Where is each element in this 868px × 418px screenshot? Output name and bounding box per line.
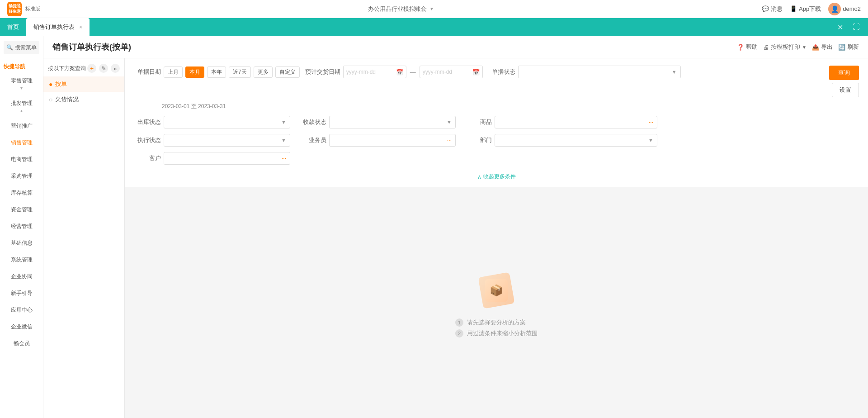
date-btn-7days[interactable]: 近7天 [229, 66, 251, 78]
goods-select[interactable]: ··· [495, 116, 657, 128]
left-panel-actions: + ✎ « [87, 64, 120, 73]
filter-row-2: 出库状态 ▼ 收款状态 ▼ [134, 116, 859, 128]
sidebar-item-label: 采购管理 [11, 172, 33, 180]
filter-row-3: 执行状态 ▼ 业务员 ··· [134, 134, 859, 147]
warehouse-status-label: 出库状态 [134, 118, 161, 126]
date-btn-this-month[interactable]: 本月 [185, 66, 204, 78]
sidebar-item-inventory[interactable]: 库存核算 [0, 185, 43, 201]
filter-doc-status: 单据状态 ▼ [488, 66, 681, 78]
message-icon: 💬 [762, 5, 769, 12]
receive-chevron: ▼ [447, 119, 452, 125]
filter-area: 单据日期 上月 本月 本年 近7天 更多 自定义 [125, 58, 868, 187]
sidebar-item-retail[interactable]: 零售管理 ▾ [0, 72, 43, 95]
doc-status-select[interactable]: ▼ [518, 66, 681, 78]
sidebar-item-ecommerce[interactable]: 电商管理 [0, 151, 43, 168]
collapse-arrow-icon: ∧ [477, 174, 481, 180]
left-panel-header: 按以下方案查询 + ✎ « [43, 64, 124, 76]
date-btn-custom[interactable]: 自定义 [275, 66, 300, 78]
sidebar-item-member[interactable]: 畅会员 [0, 335, 43, 352]
topbar: 畅捷通好生意 标准版 办公用品行业模拟账套 ▼ 💬 消息 📱 App下载 👤 d… [0, 0, 868, 18]
empty-hints: 1 请先选择要分析的方案 2 用过滤条件来缩小分析范围 [455, 318, 538, 337]
sidebar-item-finance[interactable]: 资金管理 [0, 201, 43, 218]
left-panel: 按以下方案查询 + ✎ « ● 按单 ○ 欠货情况 [43, 58, 125, 418]
sidebar-item-label: 企业微信 [11, 323, 33, 331]
query-btn[interactable]: 查询 [829, 66, 859, 80]
sidebar-expand-icon: ▾ [20, 86, 23, 90]
topbar-right: 💬 消息 📱 App下载 👤 demo2 [762, 3, 861, 15]
goods-dots-icon[interactable]: ··· [649, 119, 653, 125]
tabbar: 首页 销售订单执行表 × ✕ ⛶ [0, 18, 868, 36]
page-header-actions: ❓ 帮助 🖨 按模板打印 ▼ 📤 导出 🔄 刷新 [737, 43, 859, 57]
filter-salesperson: 业务员 ··· [299, 134, 456, 147]
date-btn-last-month[interactable]: 上月 [164, 66, 183, 78]
tabbar-close-btn[interactable]: ✕ [834, 21, 846, 33]
sidebar-item-purchase[interactable]: 采购管理 [0, 168, 43, 185]
salesperson-dots-icon[interactable]: ··· [447, 137, 452, 143]
settings-btn[interactable]: 设置 [832, 83, 859, 97]
customer-dots-icon[interactable]: ··· [282, 155, 286, 162]
expected-date-start[interactable]: yyyy-mm-dd 📅 [343, 66, 406, 78]
tab-close-icon[interactable]: × [79, 24, 82, 30]
sidebar-item-label: 新手引导 [11, 290, 33, 297]
dept-chevron: ▼ [648, 138, 653, 143]
sidebar-item-enterprise[interactable]: 企业协同 [0, 268, 43, 285]
sidebar-item-label: 应用中心 [11, 306, 33, 314]
page-title: 销售订单执行表(按单) [52, 42, 131, 58]
refresh-icon: 🔄 [838, 44, 845, 51]
page-header: 销售订单执行表(按单) ❓ 帮助 🖨 按模板打印 ▼ 📤 导出 🔄 刷新 [43, 36, 868, 58]
messages-btn[interactable]: 💬 消息 [762, 5, 783, 13]
sidebar-item-sales[interactable]: 销售管理 [0, 134, 43, 151]
sidebar-item-label: 畅会员 [14, 340, 30, 347]
edit-scheme-btn[interactable]: ✎ [99, 64, 108, 73]
export-btn[interactable]: 📤 导出 [812, 43, 833, 51]
nav-dropdown-arrow: ▼ [429, 6, 434, 11]
search-menu-btn[interactable]: 🔍 搜索菜单 [4, 41, 39, 54]
empty-box-face: 📦 [485, 279, 508, 302]
receive-status-select[interactable]: ▼ [329, 116, 456, 128]
app-download-btn[interactable]: 📱 App下载 [790, 5, 821, 13]
warehouse-status-select[interactable]: ▼ [164, 116, 290, 128]
expected-date-label: 预计交货日期 [305, 68, 340, 76]
date-btn-this-year[interactable]: 本年 [207, 66, 226, 78]
query-actions: 查询 设置 [829, 66, 859, 97]
date-btn-group: 上月 本月 本年 近7天 更多 自定义 [164, 66, 300, 78]
sidebar-item-label: 系统管理 [11, 256, 33, 264]
topbar-left: 畅捷通好生意 标准版 [7, 2, 40, 16]
tab-sales-execution[interactable]: 销售订单执行表 × [26, 18, 90, 36]
collapse-filters-btn[interactable]: ∧ 收起更多条件 [134, 170, 859, 183]
customer-select[interactable]: ··· [164, 152, 290, 165]
refresh-btn[interactable]: 🔄 刷新 [838, 43, 859, 51]
sidebar-item-operations[interactable]: 经营管理 [0, 218, 43, 235]
help-btn[interactable]: ❓ 帮助 [737, 43, 758, 51]
date-btn-more[interactable]: 更多 [254, 66, 273, 78]
exec-status-select[interactable]: ▼ [164, 134, 290, 147]
export-icon: 📤 [812, 44, 819, 51]
salesperson-select[interactable]: ··· [329, 134, 456, 147]
scheme-item-shortage[interactable]: ○ 欠货情况 [43, 92, 124, 107]
sidebar-item-guide[interactable]: 新手引导 [0, 285, 43, 302]
topbar-nav-title[interactable]: 办公用品行业模拟账套 ▼ [368, 5, 434, 13]
app-logo: 畅捷通好生意 [7, 2, 22, 16]
add-scheme-btn[interactable]: + [87, 64, 96, 73]
sidebar-item-label: 电商管理 [11, 156, 33, 163]
sidebar-item-wholesale[interactable]: 批发管理 ▴ [0, 95, 43, 118]
print-btn[interactable]: 🖨 按模板打印 ▼ [763, 43, 807, 51]
dept-select[interactable]: ▼ [495, 134, 657, 147]
sidebar-item-marketing[interactable]: 营销推广 [0, 118, 43, 134]
print-icon: 🖨 [763, 44, 769, 51]
tab-home[interactable]: 首页 [0, 18, 26, 36]
expected-date-end[interactable]: yyyy-mm-dd 📅 [420, 66, 483, 78]
filter-goods: 商品 ··· [465, 116, 657, 128]
sidebar-item-system[interactable]: 系统管理 [0, 252, 43, 268]
doc-status-chevron: ▼ [672, 69, 677, 75]
tabbar-expand-btn[interactable]: ⛶ [850, 21, 863, 33]
scheme-item-by-order[interactable]: ● 按单 [43, 76, 124, 92]
collapse-panel-btn[interactable]: « [111, 64, 120, 73]
sidebar-item-basic[interactable]: 基础信息 [0, 235, 43, 252]
sidebar-item-label: 库存核算 [11, 189, 33, 197]
sidebar-item-wechat[interactable]: 企业微信 [0, 318, 43, 335]
sidebar-item-label: 基础信息 [11, 239, 33, 247]
sidebar-item-apps[interactable]: 应用中心 [0, 302, 43, 318]
scheme-icon: ○ [49, 96, 52, 103]
user-avatar-btn[interactable]: 👤 demo2 [828, 3, 861, 15]
